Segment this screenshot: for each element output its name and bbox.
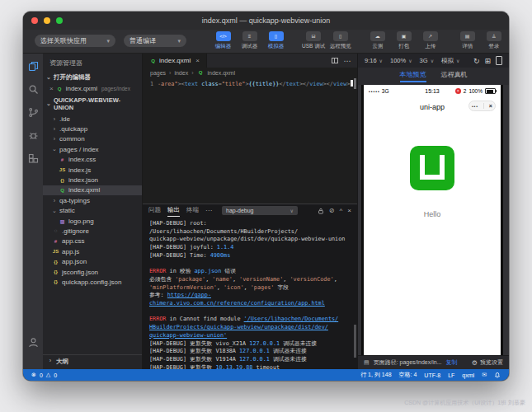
console-scrollbar[interactable] bbox=[354, 325, 356, 358]
close-app-icon[interactable]: × bbox=[489, 103, 492, 109]
tree-item-.gitignore[interactable]: ◌.gitignore bbox=[43, 226, 142, 236]
source-control-icon[interactable] bbox=[28, 107, 39, 118]
outline-section[interactable]: › 大纲 bbox=[43, 354, 142, 368]
open-editor-item[interactable]: × Q index.qxml pages/index bbox=[43, 83, 142, 95]
console-line: [HAP-DEBUG] joyful: 1.1.4 bbox=[149, 244, 351, 252]
output-channel-dropdown[interactable]: hap-debug ∨ bbox=[222, 206, 298, 215]
tree-item-label: logo.png bbox=[68, 218, 94, 225]
console-tab-输出[interactable]: 输出 bbox=[167, 204, 180, 217]
close-tab-icon[interactable]: × bbox=[195, 57, 200, 64]
project-name: QUICKAPP-WEBVIEW-UNION bbox=[54, 96, 139, 111]
toolbar-button-upload[interactable]: ↗上传 bbox=[418, 31, 442, 50]
console-token: 调试器未连接 bbox=[270, 348, 307, 354]
status-item[interactable]: LF bbox=[448, 372, 454, 378]
toolbar-button-package[interactable]: ▣打包 bbox=[392, 31, 416, 50]
status-item[interactable]: qxml bbox=[462, 372, 474, 378]
tree-item-logo.png[interactable]: ▨logo.png bbox=[43, 216, 142, 226]
warnings-count[interactable]: 0 bbox=[54, 372, 57, 378]
qxml-file-icon: Q bbox=[59, 188, 66, 193]
toolbar-button-sliders[interactable]: ≡调试器 bbox=[238, 31, 261, 50]
tree-item-.ide[interactable]: ›.ide bbox=[43, 114, 142, 124]
phone-nav-bar: uni-app ••• × bbox=[364, 97, 501, 116]
breadcrumb[interactable]: pages › index › Q index.qxml bbox=[143, 68, 357, 77]
toolbar-button-user[interactable]: ♙登录 bbox=[482, 31, 506, 50]
compile-mode-dropdown[interactable]: 普通编译 ▾ bbox=[124, 35, 186, 47]
console-output[interactable]: [HAP-DEBUG] root: /Users/lihaochen/Docum… bbox=[143, 217, 357, 369]
console-token[interactable]: quickapp-webview-union' bbox=[149, 332, 227, 339]
editor-tab-index-qxml[interactable]: Q index.qxml × bbox=[143, 54, 207, 68]
tree-item-index.qxml[interactable]: Qindex.qxml bbox=[43, 185, 142, 195]
more-tabs-icon[interactable]: ⋯ bbox=[205, 207, 212, 214]
menu-dots-icon[interactable]: ••• bbox=[472, 104, 478, 109]
toolbar-button-phone[interactable]: ▯模拟器 bbox=[264, 31, 288, 50]
tree-item-index.css[interactable]: #index.css bbox=[43, 155, 142, 165]
console-token[interactable]: HBuilderProjects/quickapp-webview/unpack… bbox=[149, 324, 328, 330]
console-token[interactable]: https://qapp-chimera.vivo.com.cn/referen… bbox=[149, 292, 325, 307]
mail-icon[interactable]: ✉ bbox=[482, 372, 487, 378]
more-actions-icon[interactable]: ⋯ bbox=[344, 57, 352, 65]
tree-item-index.json[interactable]: {}index.json bbox=[43, 175, 142, 185]
tree-item-index.js[interactable]: JSindex.js bbox=[43, 165, 142, 175]
search-icon[interactable] bbox=[28, 84, 39, 95]
breadcrumb-pages[interactable]: pages bbox=[150, 70, 166, 76]
status-item[interactable]: 行 1, 列 148 bbox=[360, 371, 391, 379]
preview-tab-本地预览[interactable]: 本地预览 bbox=[400, 70, 426, 82]
tree-item-qa-typings[interactable]: ›qa-typings bbox=[43, 195, 142, 205]
bell-icon[interactable] bbox=[494, 372, 501, 378]
status-item[interactable]: 空格: 4 bbox=[399, 371, 417, 379]
refresh-icon[interactable]: ↻ bbox=[473, 57, 480, 65]
console-tab-问题[interactable]: 问题 bbox=[148, 204, 161, 217]
clear-output-icon[interactable]: ⊘ bbox=[329, 207, 335, 214]
close-icon[interactable]: × bbox=[49, 85, 54, 92]
toolbar-button-cloud[interactable]: ☁云测 bbox=[365, 31, 389, 50]
console-token[interactable]: app.json bbox=[195, 268, 222, 274]
split-editor-icon[interactable] bbox=[332, 58, 338, 63]
preview-settings-button[interactable]: ⚙ 预览设置 bbox=[472, 358, 503, 367]
tree-item-app.css[interactable]: #app.css bbox=[43, 236, 142, 246]
grid-icon[interactable]: ⊞ bbox=[484, 57, 491, 65]
tree-item-common[interactable]: ›common bbox=[43, 134, 142, 144]
qxml-file-icon: Q bbox=[149, 59, 157, 63]
breadcrumb-file[interactable]: index.qxml bbox=[208, 70, 235, 76]
tree-item-.quickapp[interactable]: ›.quickapp bbox=[43, 124, 142, 133]
tree-item-quickapp.config.json[interactable]: {}quickapp.config.json bbox=[43, 277, 142, 287]
tree-item-static[interactable]: ⌄static bbox=[43, 206, 142, 216]
breadcrumb-index[interactable]: index bbox=[174, 70, 188, 76]
close-window-button[interactable] bbox=[31, 17, 38, 24]
explorer-icon[interactable] bbox=[28, 61, 39, 72]
device-icon[interactable] bbox=[496, 56, 502, 65]
close-panel-icon[interactable]: × bbox=[347, 207, 351, 214]
toolbar-button-doc[interactable]: ▤详情 bbox=[455, 31, 479, 50]
project-section-header[interactable]: ⌄ QUICKAPP-WEBVIEW-UNION bbox=[43, 95, 142, 113]
app-select-dropdown[interactable]: 选择关联快应用 ▾ bbox=[35, 35, 115, 47]
account-icon[interactable] bbox=[28, 337, 39, 348]
toolbar-button-remote[interactable]: ▯远程预览 bbox=[328, 31, 352, 50]
code-editor[interactable]: 1 -area"><text class="title">{{title}}</… bbox=[143, 77, 357, 204]
minimize-window-button[interactable] bbox=[44, 17, 50, 24]
console-token[interactable]: '/Users/lihaochen/Documents/ bbox=[244, 316, 339, 322]
debug-icon[interactable] bbox=[28, 130, 39, 141]
zoom-window-button[interactable] bbox=[56, 17, 63, 24]
lock-scroll-icon[interactable] bbox=[318, 208, 324, 214]
open-editors-section[interactable]: ⌄ 打开的编辑器 bbox=[43, 72, 142, 83]
editor-scrollbar[interactable] bbox=[354, 78, 356, 89]
preview-dropdown-3G[interactable]: 3G∨ bbox=[420, 57, 434, 65]
status-item[interactable]: UTF-8 bbox=[424, 372, 440, 378]
preview-dropdown-模拟[interactable]: 模拟∨ bbox=[441, 57, 459, 65]
tree-item-jsconfig.json[interactable]: {}jsconfig.json bbox=[43, 267, 142, 277]
tree-item-pagesindex[interactable]: ⌄pages / index bbox=[43, 144, 142, 154]
maximize-panel-icon[interactable]: ^ bbox=[340, 207, 343, 214]
toolbar-button-usb[interactable]: ⊟USB 调试 bbox=[301, 31, 326, 50]
preview-tab-远程真机[interactable]: 远程真机 bbox=[441, 70, 468, 82]
preview-dropdown-9:16[interactable]: 9:16∨ bbox=[365, 57, 383, 65]
preview-dropdown-100%[interactable]: 100%∨ bbox=[390, 57, 412, 65]
extensions-icon[interactable] bbox=[28, 153, 39, 164]
warnings-icon[interactable]: △ bbox=[46, 372, 50, 378]
tree-item-app.js[interactable]: JSapp.js bbox=[43, 246, 142, 256]
errors-icon[interactable]: ⊗ bbox=[31, 372, 36, 378]
copy-path-button[interactable]: 复制 bbox=[446, 358, 458, 367]
toolbar-button-code[interactable]: </>编辑器 bbox=[211, 31, 235, 50]
errors-count[interactable]: 0 bbox=[40, 372, 43, 378]
tree-item-app.json[interactable]: {}app.json bbox=[43, 256, 142, 266]
console-tab-终端[interactable]: 终端 bbox=[186, 204, 199, 217]
